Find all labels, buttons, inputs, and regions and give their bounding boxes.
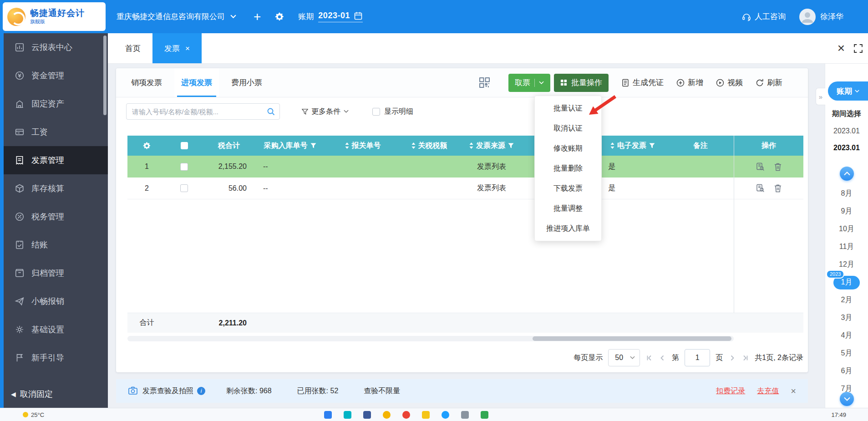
taskbar-icon[interactable] [363,411,371,419]
selected-month[interactable]: 2023 1月 [825,274,868,291]
header-customs-no[interactable]: 报关单号 [324,136,401,156]
menu-item-change-period[interactable]: 修改账期 [535,138,601,158]
table-row[interactable]: 2 56.00 -- 发票列表 是 [127,178,803,199]
search-input[interactable] [132,108,267,116]
qr-code-icon[interactable] [479,77,490,88]
month-item[interactable]: 2月 [825,291,868,309]
month-item[interactable]: 5月 [825,345,868,362]
taskbar-icon[interactable] [402,411,410,419]
add-company-button[interactable]: + [254,10,261,23]
info-icon[interactable]: i [197,387,205,395]
taskbar-icon[interactable] [442,411,449,419]
user-menu[interactable]: 徐泽华 [799,9,843,25]
per-page-select[interactable]: 50 [608,349,640,366]
filter-funnel-icon[interactable] [508,143,514,148]
month-item[interactable]: 3月 [825,309,868,327]
sort-icon[interactable] [610,142,614,149]
first-page-button[interactable] [645,354,653,362]
tab-close-icon[interactable]: × [185,45,190,52]
sidebar-item-closing[interactable]: 结账 [4,231,108,259]
scroll-down-button[interactable] [840,392,854,406]
taskbar-icon[interactable] [481,411,488,419]
support-link[interactable]: 人工咨询 [742,11,786,22]
sidebar-item-salary[interactable]: 工资 [4,118,108,146]
menu-item-download-invoice[interactable]: 下载发票 [535,178,601,198]
sidebar-item-reimburse[interactable]: 小畅报销 [4,287,108,315]
recharge-link[interactable]: 去充值 [757,386,779,396]
company-selector[interactable]: 重庆畅捷交通信息咨询有限公司 [117,11,236,22]
sort-icon[interactable] [469,142,473,149]
more-filters-button[interactable]: 更多条件 [302,107,349,117]
h-scrollbar-thumb[interactable] [533,336,731,341]
sort-icon[interactable] [345,142,349,149]
sidebar-item-invoice[interactable]: 发票管理 [4,146,108,174]
batch-actions-button[interactable]: 批量操作 [554,74,609,92]
delete-button[interactable] [774,184,782,193]
sidebar-item-inventory[interactable]: 库存核算 [4,174,108,203]
show-detail-checkbox[interactable] [372,108,380,116]
prev-page-button[interactable] [659,354,666,362]
sidebar-unpin-button[interactable]: ◀ 取消固定 [4,382,108,406]
sort-icon[interactable] [411,142,416,149]
sidebar-scrollbar[interactable] [103,36,107,115]
page-input[interactable] [685,349,710,366]
menu-item-batch-delete[interactable]: 批量删除 [535,158,601,178]
month-item[interactable]: 4月 [825,327,868,345]
header-tariff[interactable]: 关税税额 [401,136,457,156]
sidebar-item-archive[interactable]: 归档管理 [4,259,108,287]
tab-invoice[interactable]: 发票 × [152,33,202,63]
collapse-panel-button[interactable]: » [816,88,825,105]
sidebar-item-guide[interactable]: 新手引导 [4,344,108,372]
workspace-close-button[interactable]: × [838,42,845,55]
delete-button[interactable] [774,162,782,171]
settings-gear-icon[interactable] [274,12,284,22]
period-panel-button[interactable]: 账期 [828,81,868,101]
tab-home[interactable]: 首页 [113,33,152,63]
last-page-button[interactable] [741,354,749,362]
select-all-checkbox[interactable] [181,142,188,149]
view-detail-button[interactable] [756,184,765,193]
month-item[interactable]: 9月 [825,203,868,220]
month-item[interactable]: 10月 [825,220,868,238]
menu-item-push-inbound[interactable]: 推进项入库单 [535,218,601,238]
menu-item-batch-certify[interactable]: 批量认证 [535,98,601,118]
search-icon[interactable] [267,107,275,116]
subtab-input-invoice[interactable]: 进项发票 [174,68,219,97]
add-invoice-button[interactable]: 新增 [676,77,703,88]
menu-item-batch-adjust[interactable]: 批量调整 [535,198,601,218]
taskbar-icon[interactable] [324,411,332,419]
taskbar-icon[interactable] [461,411,469,419]
header-source[interactable]: 发票来源 [457,136,526,156]
filter-funnel-icon[interactable] [649,143,655,148]
filter-funnel-icon[interactable] [310,143,316,148]
sidebar-item-funds[interactable]: 资金管理 [4,61,108,90]
month-item[interactable]: 8月 [825,185,868,203]
taskbar-icon[interactable] [344,411,351,419]
menu-item-cancel-certify[interactable]: 取消认证 [535,118,601,138]
fullscreen-button[interactable] [854,44,863,53]
header-remark[interactable]: 备注 [667,136,734,156]
video-button[interactable]: 视频 [716,77,743,88]
weather-widget[interactable]: 25°C [23,411,44,418]
row-checkbox[interactable] [180,163,188,171]
month-item[interactable]: 11月 [825,238,868,256]
subtab-expense-receipt[interactable]: 费用小票 [224,68,269,97]
column-settings-header[interactable] [127,136,166,156]
header-e-invoice[interactable]: 电子发票 [598,136,667,156]
header-purchase-no[interactable]: 采购入库单号 [256,136,324,156]
sidebar-item-tax[interactable]: 税务管理 [4,203,108,231]
sidebar-item-cloud-reports[interactable]: 云报表中心 [4,33,108,61]
subtab-sales-invoice[interactable]: 销项发票 [124,68,169,97]
close-bar-icon[interactable]: × [791,386,796,396]
header-tax-total[interactable]: 税合计 [202,136,256,156]
row-checkbox[interactable] [180,184,188,192]
period-value-control[interactable]: 2023-01 [318,11,363,22]
period-start[interactable]: 2023.01 [825,127,868,135]
generate-voucher-button[interactable]: 生成凭证 [621,77,664,88]
sidebar-item-fixed-assets[interactable]: 固定资产 [4,90,108,118]
sidebar-item-settings[interactable]: 基础设置 [4,315,108,344]
taskbar-icon[interactable] [383,411,391,419]
fee-record-link[interactable]: 扣费记录 [716,386,745,396]
view-detail-button[interactable] [756,162,765,171]
refresh-button[interactable]: 刷新 [756,77,782,88]
